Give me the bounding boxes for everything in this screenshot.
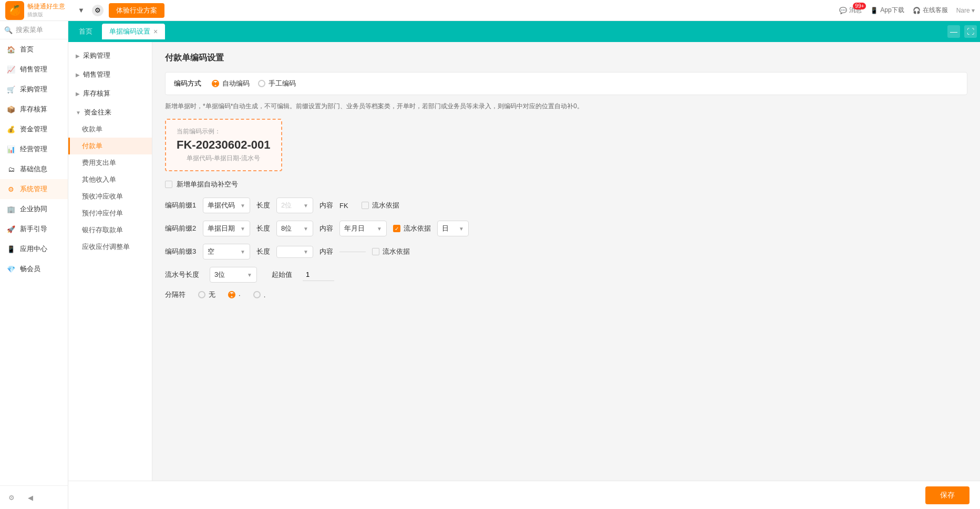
config-row-prefix2: 编码前缀2 单据日期 ▼ 长度 8位 ▼ 内容 年月日 ▼ — [165, 221, 967, 236]
prefix1-length-select[interactable]: 2位 ▼ — [276, 198, 313, 213]
auto-fill-checkbox[interactable] — [165, 181, 172, 188]
prefix2-length-arrow: ▼ — [303, 226, 308, 232]
auto-code-radio[interactable]: 自动编码 — [212, 79, 250, 88]
subnav-group-purchase-title[interactable]: ▶ 采购管理 — [68, 47, 152, 64]
sidebar-item-inventory[interactable]: 📦 库存核算 — [0, 99, 68, 119]
prefix1-serial-checkbox[interactable] — [362, 202, 369, 209]
prefix1-length-label: 长度 — [256, 201, 270, 210]
auto-fill-label: 新增单据自动补空号 — [177, 180, 238, 189]
prefix3-length-label: 长度 — [256, 247, 270, 256]
chevron-right-icon: ▶ — [76, 53, 80, 59]
sidebar-item-operations[interactable]: 📊 经营管理 — [0, 139, 68, 159]
subnav-item-expense[interactable]: 费用支出单 — [68, 154, 152, 171]
prefix1-content-value: FK — [339, 202, 355, 210]
sidebar-item-base[interactable]: 🗂 基础信息 — [0, 159, 68, 179]
sidebar-item-finance[interactable]: 💰 资金管理 — [0, 119, 68, 139]
enterprise-icon: 🏢 — [6, 204, 16, 214]
separator-label: 分隔符 — [165, 290, 185, 299]
sidebar-item-member[interactable]: 💎 畅会员 — [0, 259, 68, 279]
sidebar-collapse-btn[interactable]: ◀ — [23, 490, 38, 505]
subnav-group-sales-title[interactable]: ▶ 销售管理 — [68, 66, 152, 83]
prefix3-select[interactable]: 空 ▼ — [203, 244, 250, 259]
prefix3-serial-checkbox[interactable] — [372, 248, 379, 255]
separator-row: 分隔符 无 · . — [165, 290, 967, 299]
prefix1-select[interactable]: 单据代码 ▼ — [203, 198, 250, 213]
finance-icon: 💰 — [6, 124, 16, 134]
subnav-group-inventory-title[interactable]: ▶ 库存核算 — [68, 85, 152, 102]
sep-dot2-radio-circle — [253, 291, 261, 298]
tab-maximize-btn[interactable]: ⛶ — [964, 25, 977, 38]
prefix3-length-select[interactable]: ▼ — [276, 246, 313, 258]
subnav-item-receipt[interactable]: 收款单 — [68, 121, 152, 138]
start-value-input[interactable]: 1 — [303, 268, 334, 281]
manual-code-radio[interactable]: 手工编码 — [258, 79, 296, 88]
prefix2-serial-unit-select[interactable]: 日 ▼ — [437, 221, 469, 236]
operations-icon: 📊 — [6, 144, 16, 154]
nav-dropdown[interactable]: ▼ — [74, 4, 89, 16]
sidebar-settings-btn[interactable]: ⚙ — [4, 490, 19, 505]
sidebar-item-apps[interactable]: 📱 应用中心 — [0, 239, 68, 259]
start-value-label: 起始值 — [272, 270, 292, 279]
prefix2-length-select[interactable]: 8位 ▼ — [276, 221, 313, 236]
sidebar-item-system[interactable]: ⚙ 系统管理 — [0, 179, 68, 199]
serial-length-arrow: ▼ — [247, 272, 252, 278]
chevron-right-icon: ▶ — [76, 72, 80, 78]
tab-home[interactable]: 首页 — [71, 24, 100, 39]
settings-icon[interactable]: ⚙ — [92, 5, 104, 16]
service-icon: 🎧 — [913, 7, 921, 14]
prefix2-serial-checkbox-row: ✓ 流水依据 — [393, 224, 431, 233]
sidebar-item-sales[interactable]: 📈 销售管理 — [0, 59, 68, 79]
guide-icon: 🚀 — [6, 224, 16, 234]
online-service-btn[interactable]: 🎧 在线客服 — [913, 6, 948, 15]
sidebar-item-guide[interactable]: 🚀 新手引导 — [0, 219, 68, 239]
subnav-item-other-income[interactable]: 其他收入单 — [68, 171, 152, 188]
serial-length-label: 流水号长度 — [165, 270, 199, 279]
system-icon: ⚙ — [6, 184, 16, 194]
tab-close-btn[interactable]: × — [153, 28, 158, 35]
content-area: ▶ 采购管理 ▶ 销售管理 ▶ 库存核算 — [68, 42, 980, 481]
prefix2-select[interactable]: 单据日期 ▼ — [203, 221, 250, 236]
subnav-item-adjust[interactable]: 应收应付调整单 — [68, 238, 152, 255]
subnav-item-pre-receipt[interactable]: 预收冲应收单 — [68, 188, 152, 205]
auto-fill-row: 新增单据自动补空号 — [165, 180, 967, 189]
serial-length-select[interactable]: 3位 ▼ — [210, 267, 257, 283]
tab-minimize-btn[interactable]: — — [947, 25, 960, 38]
user-avatar[interactable]: Nare ▾ — [956, 7, 975, 14]
config-row-prefix1: 编码前缀1 单据代码 ▼ 长度 2位 ▼ 内容 FK 流水依据 — [165, 198, 967, 213]
save-button[interactable]: 保存 — [925, 486, 969, 504]
tab-settings[interactable]: 单据编码设置 × — [102, 24, 165, 39]
subnav-item-pre-payment[interactable]: 预付冲应付单 — [68, 205, 152, 222]
prefix1-length-arrow: ▼ — [303, 203, 308, 209]
subnav-item-payment[interactable]: 付款单 — [68, 138, 152, 154]
sidebar: 🔍 搜索菜单 🏠 首页 📈 销售管理 🛒 采购管理 📦 库存核算 💰 资金管理 … — [0, 21, 68, 509]
prefix3-label: 编码前缀3 — [165, 247, 197, 256]
sidebar-item-home[interactable]: 🏠 首页 — [0, 39, 68, 59]
sep-dot1-radio[interactable]: · — [228, 291, 241, 299]
search-menu-btn[interactable]: 🔍 搜索菜单 — [0, 21, 68, 39]
prefix1-serial-checkbox-row: 流水依据 — [362, 201, 399, 210]
logo-text: 畅捷通好生意 插旗版 — [27, 3, 65, 18]
subnav-group-purchase: ▶ 采购管理 — [68, 47, 152, 64]
sidebar-item-purchase[interactable]: 🛒 采购管理 — [0, 79, 68, 99]
encoding-radio-group: 自动编码 手工编码 — [212, 79, 296, 88]
sidebar-item-enterprise[interactable]: 🏢 企业协同 — [0, 199, 68, 219]
sep-dot2-radio[interactable]: . — [253, 291, 266, 299]
subnav-group-sales: ▶ 销售管理 — [68, 66, 152, 83]
sales-icon: 📈 — [6, 65, 16, 74]
app-download-btn[interactable]: 📱 App下载 — [870, 6, 904, 15]
subnav-item-bank[interactable]: 银行存取款单 — [68, 222, 152, 238]
sep-none-radio[interactable]: 无 — [198, 290, 215, 299]
code-preview-sub: 单据代码-单据日期-流水号 — [177, 154, 271, 163]
prefix3-content-label: 内容 — [319, 247, 333, 256]
config-row-prefix3: 编码前缀3 空 ▼ 长度 ▼ 内容 流水依据 — [165, 244, 967, 259]
subnav-group-capital-title[interactable]: ▼ 资金往来 — [68, 104, 152, 121]
prefix2-content-select[interactable]: 年月日 ▼ — [339, 221, 387, 236]
message-btn[interactable]: 💬 消息 99+ — [839, 6, 862, 15]
prefix2-content-label: 内容 — [319, 224, 333, 233]
prefix2-dropdown-arrow: ▼ — [240, 226, 245, 232]
prefix2-serial-checkbox[interactable]: ✓ — [393, 225, 400, 232]
trial-btn[interactable]: 体验行业方案 — [109, 3, 164, 18]
bottom-bar: 保存 — [68, 481, 980, 509]
base-icon: 🗂 — [6, 164, 16, 174]
member-icon: 💎 — [6, 264, 16, 274]
